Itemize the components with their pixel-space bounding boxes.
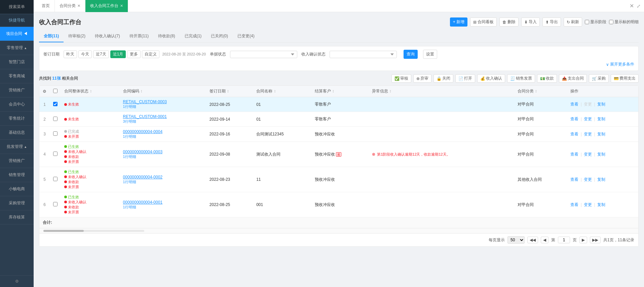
row-checkbox[interactable] <box>50 192 61 217</box>
sidebar-search[interactable]: 搜索菜单 <box>0 0 34 14</box>
sidebar-item-member[interactable]: 会员中心 <box>0 97 34 112</box>
close-contract-button[interactable]: 🔒 关闭 <box>433 74 453 83</box>
sidebar-item-inventory[interactable]: 库存核算 <box>0 210 34 224</box>
window-expand-icon[interactable]: ⤢ <box>637 3 641 9</box>
per-page-select[interactable]: 50 100 <box>507 236 525 244</box>
view-btn[interactable]: 查看 <box>570 132 578 136</box>
abandon-button[interactable]: ⊗ 弃审 <box>413 74 431 83</box>
select-all-checkbox[interactable] <box>53 89 58 93</box>
purchase-button[interactable]: 🛒 采购 <box>589 74 609 83</box>
delete-button[interactable]: 🗑 删除 <box>499 17 519 27</box>
tab-income-workbench[interactable]: 收入合同工作台 ✕ <box>85 0 128 12</box>
date-btn-custom[interactable]: 自定义 <box>142 50 159 58</box>
sub-tab-pending-collect[interactable]: 待收款(8) <box>153 31 180 42</box>
change-btn[interactable]: 变更 <box>584 102 592 107</box>
copy-btn[interactable]: 复制 <box>597 202 605 207</box>
copy-btn[interactable]: 复制 <box>597 132 605 136</box>
contract-link[interactable]: RETAIL_CUSTOM-0001 <box>123 114 167 119</box>
row-checkbox[interactable] <box>50 112 61 127</box>
th-code[interactable]: 合同编码↕ <box>120 86 206 97</box>
export-button[interactable]: ⬆ 导出 <box>542 17 561 27</box>
expand-filter-btn[interactable]: ∨ 展开更多条件 <box>606 62 634 67</box>
row-checkbox[interactable] <box>50 97 61 112</box>
change-btn[interactable]: 变更 <box>584 202 592 207</box>
sidebar-item-basic-info[interactable]: 基础信息 <box>0 126 34 140</box>
sub-tab-changed[interactable]: 已变更(4) <box>233 31 259 42</box>
audit-button[interactable]: ✅ 审核 <box>391 74 411 83</box>
sidebar-item-ecommerce[interactable]: 零售商城 <box>0 69 34 83</box>
confirm-status-select[interactable] <box>330 51 397 58</box>
date-btn-1month[interactable]: 近1月 <box>110 50 126 58</box>
sub-tab-done[interactable]: 已完成(1) <box>180 31 206 42</box>
sub-tab-pending-invoice[interactable]: 待开票(11) <box>125 31 153 42</box>
tab-contract-type-close[interactable]: ✕ <box>77 4 80 8</box>
view-btn[interactable]: 查看 <box>570 102 578 107</box>
import-button[interactable]: ⬇ 导入 <box>521 17 540 27</box>
change-btn[interactable]: 变更 <box>584 177 592 182</box>
change-btn[interactable]: 变更 <box>584 132 592 136</box>
copy-btn[interactable]: 复制 <box>597 152 605 157</box>
date-btn-more[interactable]: 更多 <box>127 50 141 58</box>
date-btn-7days[interactable]: 近7天 <box>93 50 109 58</box>
row-checkbox[interactable] <box>50 167 61 192</box>
collect-button[interactable]: 💵 收款 <box>537 74 557 83</box>
sidebar-item-project[interactable]: 项目合同 ◀ <box>0 27 34 41</box>
sidebar-quick-nav[interactable]: 快捷导航 <box>0 14 34 27</box>
invoice-button[interactable]: 🧾 销售发票 <box>507 74 535 83</box>
sidebar-item-sales[interactable]: 销售管理 <box>0 168 34 182</box>
tab-income-workbench-close[interactable]: ✕ <box>120 4 123 8</box>
date-btn-yesterday[interactable]: 昨天 <box>64 50 77 58</box>
copy-btn[interactable]: 复制 <box>597 117 605 121</box>
view-btn[interactable]: 查看 <box>570 177 578 182</box>
income-confirm-button[interactable]: 💰 收入确认 <box>477 74 505 83</box>
sidebar-item-marketing2[interactable]: 营销推广 <box>0 154 34 168</box>
fee-button[interactable]: 💳 费用支出 <box>611 74 639 83</box>
contract-link[interactable]: 0000000000004-0004 <box>123 129 162 134</box>
tab-home[interactable]: 首页 <box>37 0 55 12</box>
next-page-btn[interactable]: ▶ <box>579 237 587 243</box>
th-date[interactable]: 签订日期↕ <box>206 86 253 97</box>
copy-btn[interactable]: 复制 <box>597 102 605 107</box>
sidebar-item-smart-store[interactable]: 智慧门店 <box>0 55 34 69</box>
prev-page-btn[interactable]: ◀ <box>541 237 548 243</box>
row-checkbox[interactable] <box>50 127 61 142</box>
th-name[interactable]: 合同名称↕ <box>253 86 311 97</box>
copy-btn[interactable]: 复制 <box>597 177 605 182</box>
contract-link[interactable]: 0000000000004-0001 <box>123 200 162 205</box>
tab-contract-type[interactable]: 合同分类 ✕ <box>55 0 85 12</box>
search-button[interactable]: 查询 <box>404 50 418 59</box>
th-category[interactable]: 合同分类↕ <box>514 86 567 97</box>
change-btn[interactable]: 变更 <box>584 117 592 121</box>
contract-link[interactable]: 0000000000004-0002 <box>123 175 162 179</box>
sidebar-item-retail-stats[interactable]: 零售统计 <box>0 112 34 126</box>
window-close-icon[interactable]: ✕ <box>630 3 634 9</box>
view-btn[interactable]: 查看 <box>570 152 578 157</box>
sidebar-item-retail[interactable]: 零售管理 ▲ <box>0 41 34 55</box>
row-checkbox[interactable] <box>50 142 61 167</box>
sidebar-item-xiaochang[interactable]: 小畅电商 <box>0 182 34 196</box>
show-segments-checkbox[interactable]: 显示阶段 <box>585 19 606 25</box>
doc-status-select[interactable] <box>230 51 297 58</box>
page-input[interactable] <box>558 237 570 243</box>
new-button[interactable]: + 新增 <box>450 17 467 27</box>
sub-tab-all[interactable]: 全部(11) <box>39 31 64 42</box>
sub-tab-pending[interactable]: 待审核(2) <box>64 31 90 42</box>
contract-link[interactable]: RETAIL_CUSTOM-0003 <box>123 99 167 104</box>
sub-tab-pending-confirm[interactable]: 待收入确认(7) <box>90 31 125 42</box>
settings-button[interactable]: 设置 <box>423 50 437 59</box>
refresh-button[interactable]: ↻ 刷新 <box>564 17 582 27</box>
th-abnormal[interactable]: 异常信息↕ <box>369 86 514 97</box>
sub-tab-closed[interactable]: 已关闭(0) <box>206 31 233 42</box>
show-details-checkbox[interactable]: 显示标的明细 <box>609 19 639 25</box>
sidebar-item-marketing[interactable]: 营销推广 <box>0 83 34 97</box>
first-page-btn[interactable]: ◀◀ <box>527 237 538 243</box>
last-page-btn[interactable]: ▶▶ <box>590 237 601 243</box>
contract-link[interactable]: 0000000000004-0003 <box>123 150 162 154</box>
sidebar-item-wholesale[interactable]: 批发管理 ▲ <box>0 140 34 154</box>
view-btn[interactable]: 查看 <box>570 117 578 121</box>
th-settings[interactable]: ⚙ <box>39 86 50 97</box>
date-btn-today[interactable]: 今天 <box>78 50 92 58</box>
change-btn[interactable]: 变更 <box>584 152 592 157</box>
panel-button[interactable]: ⊞ 合同看板 <box>470 17 497 27</box>
th-status[interactable]: 合同整体状态↕ <box>61 86 120 97</box>
